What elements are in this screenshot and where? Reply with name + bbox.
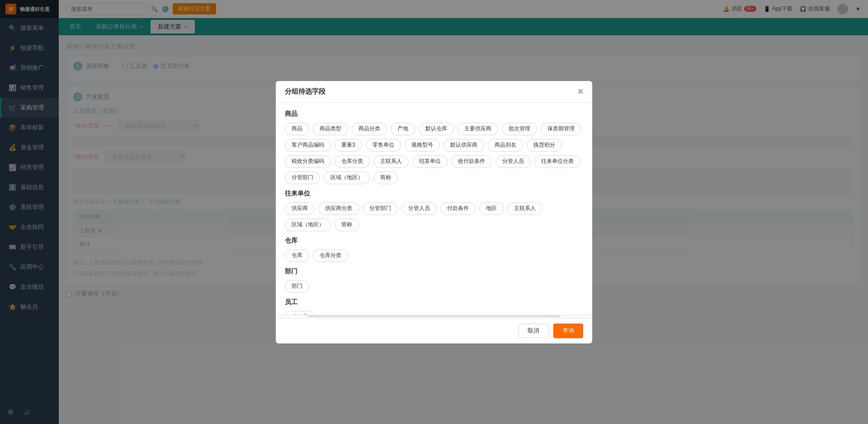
field-tag-0-21[interactable]: 往来单位分类	[534, 155, 580, 168]
modal-close-icon[interactable]: ✕	[577, 87, 583, 96]
field-tag-1-6[interactable]: 主联系人	[507, 202, 542, 215]
field-tag-0-20[interactable]: 分管人员	[495, 155, 531, 168]
field-tag-1-3[interactable]: 分管人员	[401, 202, 437, 215]
modal-footer: 取消 查询	[276, 318, 592, 343]
section-title-0: 商品	[285, 110, 583, 118]
field-tag-2-1[interactable]: 仓库分类	[313, 249, 348, 262]
field-tag-0-24[interactable]: 简称	[373, 172, 398, 184]
field-tag-0-13[interactable]: 商品别名	[488, 139, 523, 152]
field-tag-0-15[interactable]: 税收分类编码	[285, 155, 331, 168]
field-tag-0-6[interactable]: 批次管理	[502, 123, 537, 135]
field-tag-0-5[interactable]: 主要供应商	[458, 123, 498, 135]
field-tag-0-4[interactable]: 默认仓库	[419, 123, 454, 135]
field-tags-1: 供应商供应商分类分管部门分管人员付款条件地区主联系人区域（地区）简称	[285, 202, 583, 231]
field-tag-0-10[interactable]: 零售单位	[366, 139, 401, 152]
section-title-3: 部门	[285, 267, 583, 276]
modal-overlay: 分组待选字段 ✕ 商品商品商品类型商品分类产地默认仓库主要供应商批次管理保质期管…	[0, 0, 868, 424]
field-tag-0-9[interactable]: 重量3	[335, 139, 362, 152]
field-tags-3: 部门	[285, 280, 583, 293]
field-tag-0-2[interactable]: 商品分类	[352, 123, 387, 135]
field-tag-0-23[interactable]: 区域（地区）	[324, 172, 370, 184]
field-tag-3-0[interactable]: 部门	[285, 280, 309, 293]
field-tag-1-7[interactable]: 区域（地区）	[285, 219, 331, 231]
confirm-button[interactable]: 查询	[553, 324, 583, 338]
field-tag-0-7[interactable]: 保质期管理	[541, 123, 581, 135]
field-tag-1-1[interactable]: 供应商分类	[318, 202, 359, 215]
field-tag-0-18[interactable]: 结算单位	[412, 155, 448, 168]
field-tag-0-12[interactable]: 默认供应商	[443, 139, 484, 152]
field-tag-0-16[interactable]: 仓库分类	[335, 155, 370, 168]
modal-body[interactable]: 商品商品商品类型商品分类产地默认仓库主要供应商批次管理保质期管理客户商品编码重量…	[276, 103, 592, 314]
field-tag-0-19[interactable]: 收付款条件	[451, 155, 492, 168]
field-tag-0-8[interactable]: 客户商品编码	[285, 139, 331, 152]
section-title-1: 往来单位	[285, 190, 583, 198]
field-tag-1-4[interactable]: 付款条件	[440, 202, 476, 215]
field-tags-2: 仓库仓库分类	[285, 249, 583, 262]
field-tag-0-0[interactable]: 商品	[285, 123, 309, 135]
field-tag-2-0[interactable]: 仓库	[285, 249, 309, 262]
modal-title: 分组待选字段	[285, 87, 326, 96]
cancel-button[interactable]: 取消	[518, 324, 549, 338]
field-tag-1-8[interactable]: 简称	[335, 219, 359, 231]
field-tag-1-0[interactable]: 供应商	[285, 202, 315, 215]
modal-hscroll	[276, 314, 592, 318]
field-tag-1-2[interactable]: 分管部门	[363, 202, 398, 215]
field-tag-0-17[interactable]: 主联系人	[373, 155, 409, 168]
section-title-4: 员工	[285, 298, 583, 306]
field-tag-4-0[interactable]: 业务员	[285, 311, 315, 314]
field-tag-0-1[interactable]: 商品类型	[313, 123, 348, 135]
field-tags-0: 商品商品类型商品分类产地默认仓库主要供应商批次管理保质期管理客户商品编码重量3零…	[285, 123, 583, 184]
field-select-modal: 分组待选字段 ✕ 商品商品商品类型商品分类产地默认仓库主要供应商批次管理保质期管…	[276, 81, 592, 343]
field-tags-4: 业务员	[285, 311, 583, 314]
field-tag-0-22[interactable]: 分管部门	[285, 172, 320, 184]
field-tag-0-3[interactable]: 产地	[391, 123, 415, 135]
modal-header: 分组待选字段 ✕	[276, 81, 592, 103]
field-tag-1-5[interactable]: 地区	[479, 202, 504, 215]
field-tag-0-14[interactable]: 拣货积分	[527, 139, 562, 152]
section-title-2: 仓库	[285, 237, 583, 245]
field-tag-0-11[interactable]: 规格型号	[405, 139, 440, 152]
